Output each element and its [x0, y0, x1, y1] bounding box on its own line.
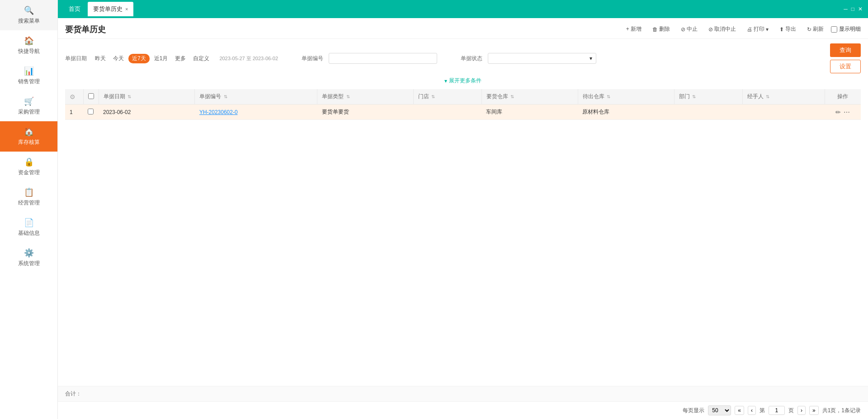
status-chevron-icon: ▾	[590, 55, 592, 62]
minimize-button[interactable]: ─	[844, 6, 848, 12]
date-btn-more[interactable]: 更多	[172, 54, 189, 63]
date-btn-1month[interactable]: 近1月	[151, 54, 171, 63]
th-pending-warehouse: 待出仓库 ⇅	[578, 89, 674, 105]
td-num: 1	[65, 105, 83, 120]
page-number-input[interactable]	[769, 406, 785, 415]
table-row: 1 2023-06-02 YH-20230602-0 要货单要货 车间库 原材料…	[65, 105, 861, 120]
td-number: YH-20230602-0	[195, 105, 317, 120]
sidebar-item-inventory[interactable]: 🏠 库存核算	[0, 121, 57, 152]
tab-history[interactable]: 要货单历史 ×	[88, 2, 133, 16]
stop-button[interactable]: ⊘ 中止	[677, 24, 701, 35]
row-edit-button[interactable]: ✏	[835, 109, 841, 116]
th-number: 单据编号 ⇅	[195, 89, 317, 105]
last-page-button[interactable]: »	[809, 406, 819, 415]
tab-close-button[interactable]: ×	[125, 6, 128, 12]
sort-store-icon: ⇅	[431, 94, 435, 99]
table-wrap: ⚙ 单据日期 ⇅ 单据编号 ⇅	[58, 89, 868, 386]
sort-req-warehouse-icon: ⇅	[510, 94, 514, 99]
query-button[interactable]: 查询	[830, 43, 861, 57]
expand-icon: ▾	[444, 78, 447, 84]
cancel-stop-button[interactable]: ⊘ 取消中止	[705, 24, 740, 35]
table-settings-icon[interactable]: ⚙	[70, 93, 75, 100]
page-suffix: 页	[788, 407, 794, 414]
sidebar-item-label: 系统管理	[18, 260, 40, 267]
sidebar-item-sales[interactable]: 📊 销售管理	[0, 61, 57, 91]
prev-page-button[interactable]: ‹	[748, 406, 756, 415]
sidebar-item-finance[interactable]: 🔒 资金管理	[0, 152, 57, 182]
date-btn-yesterday[interactable]: 昨天	[92, 54, 108, 63]
top-bar-right: ─ □ ✕	[844, 6, 863, 12]
inventory-icon: 🏠	[24, 127, 34, 137]
sidebar-item-label: 快捷导航	[18, 48, 40, 55]
cancel-stop-icon: ⊘	[708, 26, 713, 33]
next-page-button[interactable]: ›	[797, 406, 806, 415]
main-area: 首页 要货单历史 × ─ □ ✕ 要货单历史 + 新增 🗑 删除 ⊘	[58, 0, 868, 419]
date-filter-buttons: 昨天 今天 近7天 近1月 更多 自定义	[92, 54, 212, 63]
delete-icon: 🗑	[652, 26, 658, 33]
th-department: 部门 ⇅	[674, 89, 742, 105]
sort-handler-icon: ⇅	[766, 94, 769, 99]
th-handler: 经手人 ⇅	[742, 89, 825, 105]
new-button[interactable]: + 新增	[623, 24, 645, 35]
data-table: ⚙ 单据日期 ⇅ 单据编号 ⇅	[65, 89, 861, 120]
filter-area: 单据日期 昨天 今天 近7天 近1月 更多 自定义 2023-05-27 至 2…	[58, 39, 868, 89]
refresh-button[interactable]: ↻ 刷新	[803, 24, 827, 35]
maximize-button[interactable]: □	[851, 6, 854, 12]
summary-label: 合计：	[65, 390, 81, 397]
td-handler	[742, 105, 825, 120]
sidebar-item-label: 搜索菜单	[18, 17, 40, 25]
sidebar-item-basic-info[interactable]: 📄 基础信息	[0, 212, 57, 243]
tab-home[interactable]: 首页	[63, 2, 86, 16]
sidebar-item-quick-nav[interactable]: 🏠 快捷导航	[0, 30, 57, 61]
toolbar: + 新增 🗑 删除 ⊘ 中止 ⊘ 取消中止 🖨 打印 ▾	[623, 24, 861, 35]
page-label: 第	[760, 407, 765, 414]
status-label: 单据状态	[461, 55, 482, 62]
display-detail-checkbox[interactable]	[831, 26, 837, 33]
sidebar-item-operations[interactable]: 📋 经营管理	[0, 182, 57, 212]
sidebar-item-label: 资金管理	[18, 169, 40, 176]
first-page-button[interactable]: «	[735, 406, 744, 415]
print-button[interactable]: 🖨 打印 ▾	[743, 24, 772, 35]
sidebar-item-label: 采购管理	[18, 108, 40, 116]
quick-nav-icon: 🏠	[24, 36, 34, 46]
sidebar: 🔍 搜索菜单 🏠 快捷导航 📊 销售管理 🛒 采购管理 🏠 库存核算 🔒 资金管…	[0, 0, 58, 419]
th-store: 门店 ⇅	[414, 89, 482, 105]
display-detail-toggle[interactable]: 显示明细	[831, 25, 861, 33]
sidebar-item-purchase[interactable]: 🛒 采购管理	[0, 91, 57, 121]
td-department	[674, 105, 742, 120]
close-window-button[interactable]: ✕	[858, 6, 863, 12]
total-info: 共1页，1条记录	[822, 407, 861, 414]
export-button[interactable]: ⬆ 导出	[776, 24, 800, 35]
content-area: 要货单历史 + 新增 🗑 删除 ⊘ 中止 ⊘ 取消中止 🖨 打印	[58, 18, 868, 419]
operations-icon: 📋	[24, 187, 34, 197]
doc-number-input[interactable]	[329, 53, 437, 64]
action-buttons: 查询 设置	[830, 43, 861, 73]
select-all-checkbox[interactable]	[88, 93, 94, 99]
doc-number-link[interactable]: YH-20230602-0	[199, 109, 238, 115]
export-icon: ⬆	[779, 26, 784, 33]
row-more-button[interactable]: ⋯	[844, 109, 850, 116]
per-page-label: 每页显示	[683, 407, 704, 414]
delete-button[interactable]: 🗑 删除	[649, 24, 674, 35]
sales-icon: 📊	[24, 66, 34, 76]
print-chevron-icon: ▾	[766, 26, 769, 33]
sort-dept-icon: ⇅	[692, 94, 696, 99]
per-page-select[interactable]: 50 100 200	[708, 405, 731, 415]
page-title: 要货单历史	[65, 24, 106, 35]
status-select[interactable]: ▾	[488, 53, 596, 64]
expand-more-button[interactable]: ▾ 展开更多条件	[65, 77, 861, 85]
date-btn-today[interactable]: 今天	[110, 54, 127, 63]
settings-button[interactable]: 设置	[830, 60, 861, 73]
td-date: 2023-06-02	[99, 105, 195, 120]
sidebar-item-label: 经营管理	[18, 199, 40, 207]
sidebar-item-system[interactable]: ⚙️ 系统管理	[0, 243, 57, 273]
date-btn-7days[interactable]: 近7天	[128, 54, 150, 63]
row-checkbox[interactable]	[88, 109, 94, 114]
date-btn-custom[interactable]: 自定义	[190, 54, 212, 63]
th-type: 单据类型 ⇅	[317, 89, 414, 105]
td-ops: ✏ ⋯	[825, 105, 861, 120]
td-store	[414, 105, 482, 120]
sort-pend-warehouse-icon: ⇅	[607, 94, 610, 99]
sidebar-item-search-menu[interactable]: 🔍 搜索菜单	[0, 0, 57, 30]
th-checkbox	[83, 89, 99, 105]
